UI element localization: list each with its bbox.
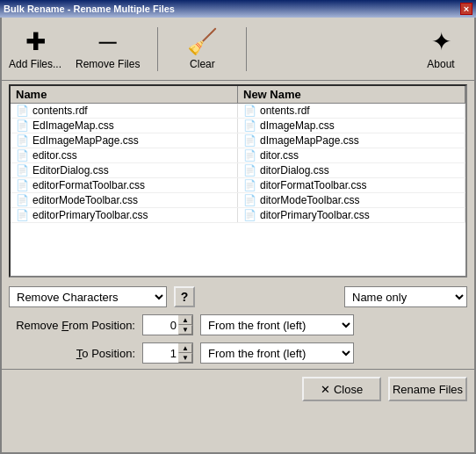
main-window: ✚ Add Files... ─ Remove Files 🧹 Clear ✦ …: [0, 18, 476, 454]
file-icon: 📄: [243, 119, 256, 132]
table-row[interactable]: 📄 EdImageMapPage.css 📄 dImageMapPage.css: [11, 133, 465, 148]
table-row[interactable]: 📄 editorPrimaryToolbar.css 📄 ditorPrimar…: [11, 208, 465, 223]
file-name-cell: 📄 editorPrimaryToolbar.css: [11, 208, 238, 222]
to-position-spinner: ▲ ▼: [142, 342, 193, 364]
file-name-cell: 📄 EdImageMap.css: [11, 119, 238, 133]
file-icon: 📄: [16, 209, 29, 221]
title-bar: Bulk Rename - Rename Multiple Files ×: [0, 0, 476, 18]
about-button[interactable]: ✦ About: [415, 27, 467, 70]
file-icon: 📄: [16, 164, 29, 177]
title-bar-text: Bulk Rename - Rename Multiple Files: [4, 4, 175, 14]
file-new-name-cell: 📄 ditorFormatToolbar.css: [238, 178, 465, 192]
remove-from-spinner: ▲ ▼: [142, 314, 193, 335]
file-icon: 📄: [243, 179, 256, 191]
file-new-name-cell: 📄 ontents.rdf: [238, 104, 465, 118]
file-icon: 📄: [243, 134, 256, 147]
table-row[interactable]: 📄 EdImageMap.css 📄 dImageMap.css: [11, 119, 465, 133]
file-new-name-cell: 📄 ditor.css: [238, 148, 465, 162]
close-button[interactable]: ✕ Close: [302, 377, 381, 401]
file-list-body[interactable]: 📄 contents.rdf 📄 ontents.rdf 📄 EdImageMa…: [11, 104, 465, 276]
table-row[interactable]: 📄 editor.css 📄 ditor.css: [11, 148, 465, 163]
close-icon: ✕: [321, 383, 330, 396]
to-position-label: To Position:: [12, 347, 135, 360]
file-icon: 📄: [243, 194, 256, 206]
name-only-dropdown[interactable]: Name onlyExtension onlyBoth: [344, 286, 467, 307]
file-icon: 📄: [243, 209, 256, 221]
remove-from-label: Remove From Position:: [12, 319, 135, 332]
file-list: Name New Name 📄 contents.rdf 📄 ontents.r…: [9, 84, 467, 277]
remove-from-direction-dropdown[interactable]: From the front (left)From the back (righ…: [200, 314, 354, 335]
file-new-name-cell: 📄 ditorModeToolbar.css: [238, 193, 465, 207]
file-new-name-cell: 📄 ditorPrimaryToolbar.css: [238, 208, 465, 222]
file-list-header: Name New Name: [11, 86, 465, 104]
table-row[interactable]: 📄 EditorDialog.css 📄 ditorDialog.css: [11, 163, 465, 178]
to-direction-dropdown[interactable]: From the front (left)From the back (righ…: [200, 342, 354, 364]
file-new-name-cell: 📄 dImageMap.css: [238, 119, 465, 133]
file-name-cell: 📄 contents.rdf: [11, 104, 238, 118]
table-row[interactable]: 📄 editorFormatToolbar.css 📄 ditorFormatT…: [11, 178, 465, 193]
footer: ✕ Close Rename Files: [2, 369, 474, 408]
col-name: Name: [11, 86, 238, 103]
file-name-cell: 📄 editorModeToolbar.css: [11, 193, 238, 207]
remove-files-icon: ─: [99, 28, 117, 56]
remove-from-row: Remove From Position: ▲ ▼ From the front…: [9, 314, 467, 335]
file-name-cell: 📄 editor.css: [11, 148, 238, 162]
operation-dropdown[interactable]: Remove CharactersAdd CharactersReplace C…: [9, 286, 167, 307]
file-icon: 📄: [16, 149, 29, 162]
add-files-icon: ✚: [25, 27, 46, 56]
controls: Remove CharactersAdd CharactersReplace C…: [2, 281, 474, 369]
to-position-up-button[interactable]: ▲: [178, 343, 192, 353]
operation-row: Remove CharactersAdd CharactersReplace C…: [9, 286, 467, 307]
remove-from-down-button[interactable]: ▼: [178, 325, 192, 335]
file-icon: 📄: [16, 194, 29, 206]
rename-files-button[interactable]: Rename Files: [388, 377, 467, 401]
to-position-down-button[interactable]: ▼: [178, 353, 192, 363]
help-button[interactable]: ?: [174, 286, 195, 307]
table-row[interactable]: 📄 contents.rdf 📄 ontents.rdf: [11, 104, 465, 119]
col-new-name: New Name: [238, 86, 465, 103]
clear-icon: 🧹: [187, 27, 218, 56]
about-icon: ✦: [431, 27, 451, 56]
file-name-cell: 📄 EdImageMapPage.css: [11, 133, 238, 148]
to-position-spinner-buttons: ▲ ▼: [178, 343, 192, 363]
remove-files-button[interactable]: ─ Remove Files: [76, 28, 140, 70]
file-icon: 📄: [243, 104, 256, 117]
toolbar-divider-2: [246, 27, 247, 71]
remove-from-spinner-buttons: ▲ ▼: [178, 315, 192, 335]
close-window-button[interactable]: ×: [460, 3, 472, 15]
file-icon: 📄: [16, 119, 29, 132]
to-position-input[interactable]: [143, 343, 178, 363]
file-icon: 📄: [243, 164, 256, 177]
table-row[interactable]: 📄 editorModeToolbar.css 📄 ditorModeToolb…: [11, 193, 465, 208]
file-icon: 📄: [16, 134, 29, 147]
toolbar-divider: [157, 27, 158, 71]
remove-from-up-button[interactable]: ▲: [178, 315, 192, 325]
file-new-name-cell: 📄 dImageMapPage.css: [238, 133, 465, 148]
file-icon: 📄: [16, 179, 29, 191]
file-new-name-cell: 📄 ditorDialog.css: [238, 163, 465, 177]
file-icon: 📄: [243, 149, 256, 162]
clear-button[interactable]: 🧹 Clear: [176, 27, 228, 70]
remove-from-input[interactable]: [143, 315, 178, 335]
file-icon: 📄: [16, 104, 29, 117]
toolbar: ✚ Add Files... ─ Remove Files 🧹 Clear ✦ …: [2, 18, 474, 81]
add-files-button[interactable]: ✚ Add Files...: [9, 27, 61, 70]
file-name-cell: 📄 editorFormatToolbar.css: [11, 178, 238, 192]
file-name-cell: 📄 EditorDialog.css: [11, 163, 238, 177]
to-position-row: To Position: ▲ ▼ From the front (left)Fr…: [9, 342, 467, 364]
help-icon: ?: [181, 290, 189, 304]
